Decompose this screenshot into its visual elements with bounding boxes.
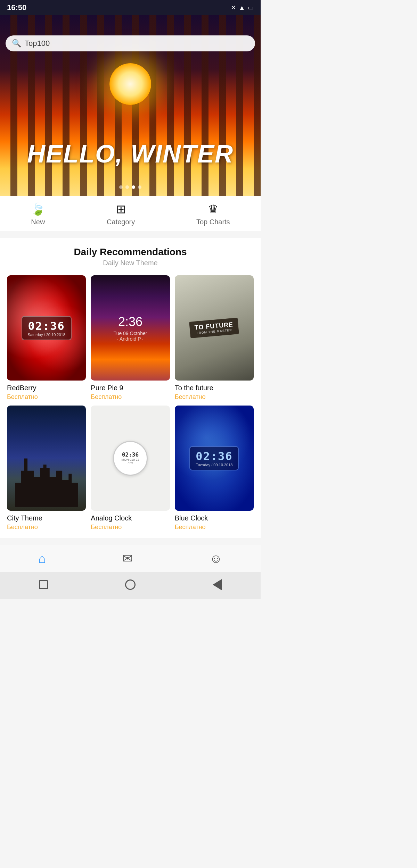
theme-card-tofuture[interactable]: TO FUTURE FROM THE MASTER To the future … <box>175 275 254 401</box>
crown-icon: ♛ <box>208 202 218 216</box>
theme-card-blueclock[interactable]: 02:36 Tuesday / 09·10·2018 Blue Clock Бе… <box>175 406 254 531</box>
messages-nav-icon[interactable]: ✉ <box>122 551 133 566</box>
analog-clock-face: 02:36 MON 010 220°C <box>113 441 148 476</box>
status-time: 16:50 <box>7 3 26 12</box>
grid-icon: ⊞ <box>116 202 126 216</box>
signal-icon: ✕ <box>231 4 236 11</box>
back-button[interactable] <box>211 578 223 591</box>
theme-card-city[interactable]: City Theme Бесплатно <box>7 406 86 531</box>
analogclock-name: Analog Clock <box>91 514 170 522</box>
purepie-date: Tue 09 October· Android P · <box>114 331 147 342</box>
city-silhouette <box>15 446 78 507</box>
back-icon <box>213 579 222 590</box>
search-input-container[interactable]: 🔍 <box>6 35 255 51</box>
recents-icon <box>39 580 48 589</box>
hero-pagination <box>0 185 261 189</box>
redberry-time: 02:36 <box>28 319 65 333</box>
tab-new[interactable]: 🍃 New <box>24 202 52 226</box>
home-button[interactable] <box>124 578 137 591</box>
future-banner: TO FUTURE FROM THE MASTER <box>189 318 239 338</box>
purepie-time: 2:36 <box>118 315 142 329</box>
redberry-date: Saturday / 20·10·2018 <box>28 333 65 337</box>
theme-grid: 02:36 Saturday / 20·10·2018 RedBerry Бес… <box>7 275 254 531</box>
tab-category[interactable]: ⊞ Category <box>100 202 142 226</box>
purepie9-price: Бесплатно <box>91 393 170 401</box>
tofuture-name: To the future <box>175 384 254 392</box>
search-bar[interactable]: 🔍 <box>0 31 261 56</box>
recents-button[interactable] <box>37 578 50 591</box>
city-price: Бесплатно <box>7 524 86 531</box>
theme-card-purepie9[interactable]: 2:36 Tue 09 October· Android P · Pure Pi… <box>91 275 170 401</box>
blueclock-name: Blue Clock <box>175 514 254 522</box>
theme-thumb-analogclock: 02:36 MON 010 220°C <box>91 406 170 511</box>
hero-dot-4[interactable] <box>138 185 141 189</box>
profile-nav-icon[interactable]: ☺ <box>210 551 222 566</box>
hero-sun <box>109 63 151 105</box>
hero-title: HELLO, WINTER <box>0 140 261 168</box>
hero-dot-3[interactable] <box>132 185 135 189</box>
redberry-clock: 02:36 Saturday / 20·10·2018 <box>22 316 72 340</box>
bottom-nav: ⌂ ✉ ☺ <box>0 545 261 572</box>
blue-clock-time: 02:36 <box>196 450 232 463</box>
blue-clock-display: 02:36 Tuesday / 09·10·2018 <box>189 446 239 470</box>
theme-card-redberry[interactable]: 02:36 Saturday / 20·10·2018 RedBerry Бес… <box>7 275 86 401</box>
home-nav-icon[interactable]: ⌂ <box>38 551 46 566</box>
hero-dot-1[interactable] <box>119 185 123 189</box>
section-title: Daily Recommendations <box>7 247 254 258</box>
daily-section: Daily Recommendations Daily New Theme 02… <box>0 238 261 538</box>
theme-thumb-blueclock: 02:36 Tuesday / 09·10·2018 <box>175 406 254 511</box>
analogclock-price: Бесплатно <box>91 524 170 531</box>
tab-category-label: Category <box>107 218 135 226</box>
future-subtext: FROM THE MASTER <box>195 328 234 335</box>
nav-tabs: 🍃 New ⊞ Category ♛ Top Charts <box>0 196 261 231</box>
tab-top-charts-label: Top Charts <box>196 218 230 226</box>
analog-time: 02:36 <box>122 451 139 458</box>
theme-thumb-tofuture: TO FUTURE FROM THE MASTER <box>175 275 254 381</box>
search-icon: 🔍 <box>12 39 21 48</box>
wifi-icon: ▲ <box>239 4 245 11</box>
redberry-price: Бесплатно <box>7 393 86 401</box>
hero-section: HELLO, WINTER 🔍 <box>0 15 261 196</box>
battery-icon: ▭ <box>248 4 254 11</box>
system-nav <box>0 572 261 599</box>
tab-new-label: New <box>31 218 45 226</box>
status-bar: 16:50 ✕ ▲ ▭ <box>0 0 261 15</box>
hero-dot-2[interactable] <box>125 185 129 189</box>
home-icon <box>125 579 136 590</box>
tab-top-charts[interactable]: ♛ Top Charts <box>189 202 237 226</box>
status-icons: ✕ ▲ ▭ <box>231 4 254 11</box>
section-subtitle: Daily New Theme <box>7 259 254 267</box>
theme-thumb-purepie9: 2:36 Tue 09 October· Android P · <box>91 275 170 381</box>
search-input[interactable] <box>25 39 249 48</box>
theme-card-analogclock[interactable]: 02:36 MON 010 220°C Analog Clock Бесплат… <box>91 406 170 531</box>
blueclock-price: Бесплатно <box>175 524 254 531</box>
theme-thumb-redberry: 02:36 Saturday / 20·10·2018 <box>7 275 86 381</box>
leaf-icon: 🍃 <box>31 202 45 216</box>
purepie9-name: Pure Pie 9 <box>91 384 170 392</box>
city-name: City Theme <box>7 514 86 522</box>
redberry-name: RedBerry <box>7 384 86 392</box>
blue-clock-date: Tuesday / 09·10·2018 <box>196 463 232 467</box>
theme-thumb-city <box>7 406 86 511</box>
analog-date: MON 010 220°C <box>121 458 139 465</box>
tofuture-price: Бесплатно <box>175 393 254 401</box>
